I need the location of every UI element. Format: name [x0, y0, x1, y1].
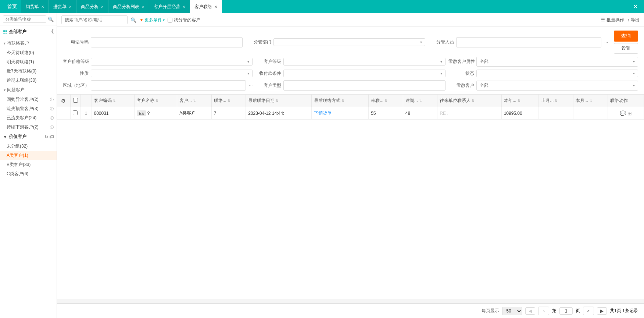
- nav-home[interactable]: 首页: [3, 0, 21, 13]
- query-button[interactable]: 查询: [614, 31, 638, 42]
- batch-ops-button[interactable]: ☰ 批量操作: [601, 17, 624, 23]
- sidebar-item-b-class[interactable]: B类客户(33): [0, 160, 57, 169]
- sidebar-collapse-icon[interactable]: 《: [49, 28, 54, 35]
- section-value-customers[interactable]: ▼ 价值客户 ↻ 🏷: [0, 132, 57, 142]
- row-checkbox[interactable]: [73, 110, 78, 115]
- col-no-contact[interactable]: 未联... ⇅: [369, 95, 403, 107]
- col-this-month[interactable]: 本月... ⇅: [573, 95, 608, 107]
- field-region-label: 区域（地区）: [63, 82, 89, 89]
- sidebar-item-today[interactable]: 今天待联络(0): [0, 48, 57, 57]
- payment-select[interactable]: ▾: [283, 70, 445, 77]
- prev-page-button[interactable]: ＜: [538, 307, 549, 315]
- col-cust-code[interactable]: 客户编码 ⇅: [92, 95, 134, 107]
- sidebar-item-ungroup[interactable]: 未分组(32): [0, 142, 57, 151]
- page-number-input[interactable]: [559, 307, 573, 315]
- row-last-method-cell[interactable]: 下销货单: [312, 107, 369, 120]
- horizontal-scrollbar[interactable]: [57, 299, 644, 303]
- close-icon[interactable]: ✕: [142, 5, 144, 9]
- settings-button[interactable]: 设置: [614, 43, 638, 54]
- nav-tab-purchase[interactable]: 进货单 ✕: [49, 0, 76, 13]
- nav-tab-analysis-list[interactable]: 商品分析列表 ✕: [108, 0, 149, 13]
- select-all-checkbox[interactable]: [73, 98, 78, 103]
- last-page-button[interactable]: ▶: [597, 307, 607, 315]
- sidebar-item-a-class[interactable]: A类客户(1): [0, 151, 57, 160]
- col-this-year[interactable]: 本年... ⇅: [501, 95, 539, 107]
- action-icons-group: 💬 ⊞: [610, 110, 641, 116]
- col-contact-action[interactable]: 联络动作: [608, 95, 644, 107]
- region-input[interactable]: [91, 80, 246, 91]
- sort-icon: ⇅: [276, 99, 279, 103]
- close-icon[interactable]: ✕: [101, 5, 104, 9]
- nav-tab-customer-mgmt-label: 客户分层经营: [154, 4, 180, 10]
- nav-tab-sales[interactable]: 销货单 ✕: [21, 0, 49, 13]
- row-cust-code-cell: 000031: [92, 107, 134, 120]
- col-cust-type[interactable]: 客户... ⇅: [177, 95, 211, 107]
- sidebar-all-customers-header[interactable]: ☷ 全部客户 《: [0, 25, 57, 38]
- tag-icon[interactable]: 🏷: [49, 134, 54, 139]
- field-retail-attr: 零散客户属性 全部 ▾: [448, 57, 638, 67]
- nav-tab-customer-mgmt[interactable]: 客户分层经营 ✕: [149, 0, 190, 13]
- col-last-contact-method[interactable]: 最后联络方式 ⇅: [312, 95, 369, 107]
- sidebar-item-abnormal[interactable]: 回购异常客户(2) ⓘ: [0, 95, 57, 104]
- my-customers-check[interactable]: [168, 18, 172, 22]
- retail-attr-select[interactable]: 全部 ▾: [476, 57, 638, 67]
- nav-tab-analysis[interactable]: 商品分析 ✕: [76, 0, 108, 13]
- col-last-month[interactable]: 上月... ⇅: [539, 95, 573, 107]
- cust-type-input[interactable]: [283, 80, 445, 91]
- cust-name-badge: Ea: [137, 110, 146, 116]
- page-size-select[interactable]: 50 100 200: [502, 307, 522, 315]
- info-icon: ⓘ: [50, 97, 54, 102]
- price-level-select[interactable]: ▾: [91, 58, 253, 66]
- grid-icon[interactable]: ⊞: [627, 110, 632, 116]
- chat-icon[interactable]: 💬: [620, 110, 626, 116]
- status-select[interactable]: ▾: [476, 70, 638, 77]
- close-icon[interactable]: ✕: [41, 5, 44, 9]
- section-problem-customers[interactable]: ▼ 问题客户: [0, 85, 57, 95]
- row-last-month-cell: [539, 107, 573, 120]
- section-problem-label: 问题客户: [7, 87, 25, 93]
- dept-select[interactable]: ▾: [273, 38, 425, 46]
- sidebar-item-tomorrow[interactable]: 明天待联络(1): [0, 57, 57, 67]
- my-customers-checkbox[interactable]: 我分管的客户: [168, 17, 200, 23]
- sidebar-item-declining[interactable]: 持续下滑客户(2) ⓘ: [0, 123, 57, 132]
- sidebar-item-churn-warning[interactable]: 流失预警客户(3) ⓘ: [0, 104, 57, 113]
- person-input[interactable]: [456, 37, 601, 47]
- more-icon[interactable]: ···: [604, 40, 608, 45]
- sidebar-item-c-class[interactable]: C类客户(6): [0, 169, 57, 179]
- sort-icon: ⇅: [228, 99, 230, 103]
- sidebar-item-overdue[interactable]: 逾期未联络(30): [0, 76, 57, 85]
- total-info: 共1页 1条记录: [610, 308, 638, 314]
- close-icon[interactable]: ✕: [214, 5, 217, 9]
- retail-cust-select[interactable]: 全部 ▾: [476, 81, 638, 91]
- close-icon[interactable]: ✕: [69, 5, 72, 9]
- next-page-button[interactable]: ＞: [583, 307, 594, 315]
- col-contact[interactable]: 联络... ⇅: [211, 95, 246, 107]
- filter-search-input[interactable]: [61, 15, 128, 24]
- close-icon[interactable]: ✕: [182, 5, 185, 9]
- gear-icon[interactable]: ⚙: [61, 98, 66, 104]
- more-icon[interactable]: ···: [249, 83, 253, 88]
- cust-level-select[interactable]: ▾: [283, 58, 445, 66]
- sidebar-item-7days[interactable]: 近7天待联络(0): [0, 67, 57, 76]
- col-overdue[interactable]: 逾期... ⇅: [403, 95, 437, 107]
- section-pending-label: 待联络客户: [7, 40, 29, 46]
- nav-tab-customer-contact[interactable]: 客户联络 ✕: [190, 0, 222, 13]
- col-unit-contact[interactable]: 往来单位联系人 ⇅: [437, 95, 501, 107]
- section-pending-contact[interactable]: ▼ 待联络客户: [0, 38, 57, 48]
- sidebar-search-input[interactable]: [3, 15, 46, 23]
- export-button[interactable]: ↑ 导出: [627, 17, 640, 23]
- refresh-icon[interactable]: ↻: [44, 134, 48, 139]
- col-last-contact-date[interactable]: 最后联络日期 ⇅: [246, 95, 312, 107]
- field-cust-type: 客户类型: [255, 80, 445, 91]
- field-dept-label: 分管部门: [246, 39, 271, 45]
- col-cust-name[interactable]: 客户名称 ⇅: [134, 95, 177, 107]
- nature-select[interactable]: ▾: [91, 70, 253, 77]
- sidebar-item-churned[interactable]: 已流失客户(24) ⓘ: [0, 113, 57, 123]
- more-conditions-button[interactable]: ▼ 更多条件 ▾: [139, 17, 165, 23]
- first-page-button[interactable]: ◀: [525, 307, 535, 315]
- col-settings[interactable]: ⚙: [57, 95, 70, 107]
- search-icon[interactable]: 🔍: [130, 17, 136, 23]
- search-icon[interactable]: 🔍: [48, 17, 54, 22]
- phone-input[interactable]: [91, 37, 243, 47]
- close-all-button[interactable]: ✕: [630, 3, 641, 11]
